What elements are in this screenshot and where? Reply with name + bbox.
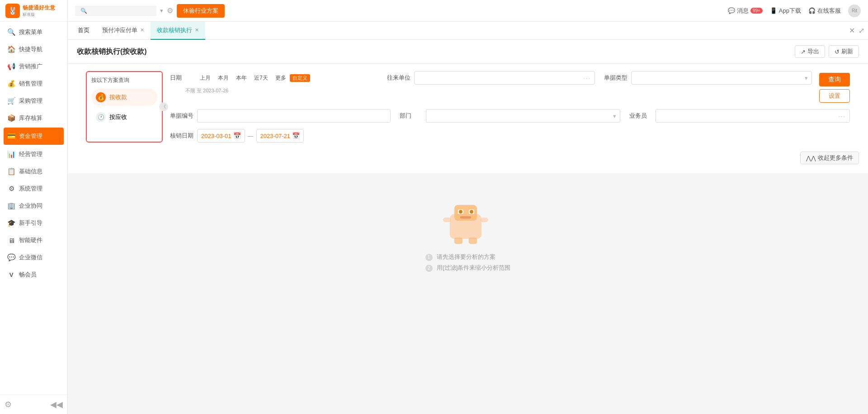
home-icon: 🏠 — [7, 45, 15, 53]
receipt-icon: 💰 — [96, 92, 106, 102]
settings-icon[interactable]: ⚙ — [5, 400, 12, 409]
svg-point-4 — [459, 210, 462, 214]
refresh-btn[interactable]: ↺ 刷新 — [829, 45, 859, 58]
basic-info-icon: 📋 — [7, 167, 15, 176]
headset-icon: 🎧 — [808, 7, 816, 14]
page-actions: ↗ 导出 ↺ 刷新 — [795, 45, 859, 58]
tab-close-receipt[interactable]: ✕ — [195, 27, 199, 33]
dept-select[interactable]: ▾ — [426, 109, 620, 123]
date-tab-more[interactable]: 更多 — [272, 73, 290, 83]
purchase-icon: 🛒 — [7, 97, 15, 105]
staff-input[interactable]: ··· — [656, 109, 850, 123]
filter-form: 日期 上月 本月 本年 近7天 更多 自定义 — [170, 71, 850, 143]
counterpart-input[interactable]: ··· — [414, 71, 595, 85]
setting-btn[interactable]: 设置 — [819, 89, 850, 103]
svg-rect-10 — [480, 218, 488, 222]
message-btn[interactable]: 💬 消息 99+ — [728, 7, 763, 15]
bill-no-input[interactable] — [197, 109, 391, 123]
counterpart-filter: 往来单位 ··· — [387, 71, 595, 85]
gear-icon[interactable]: ⚙ — [167, 6, 173, 15]
export-btn[interactable]: ↗ 导出 — [795, 45, 825, 58]
marketing-icon: 📢 — [7, 62, 15, 71]
tab-bar-right: ✕ ⤢ — [849, 26, 864, 35]
empty-tips: 1 请先选择要分析的方案 2 用[过滤]条件来缩小分析范围 — [425, 253, 511, 275]
hardware-icon: 🖥 — [7, 236, 15, 244]
sidebar-item-inventory[interactable]: 📦 库存核算 — [0, 109, 67, 127]
date-tab-thisyear[interactable]: 本年 — [232, 73, 250, 83]
date-filter: 日期 上月 本月 本年 近7天 更多 自定义 — [170, 73, 378, 83]
dept-filter: 部门 ▾ — [400, 109, 620, 123]
bill-type-select[interactable]: ▾ — [631, 71, 812, 85]
date-tabs: 上月 本月 本年 近7天 更多 自定义 — [196, 73, 310, 83]
filter-area: 按以下方案查询 💰 按收款 🕐 按应收 《 — [77, 64, 859, 150]
content-area: 收款核销执行(按收款) ↗ 导出 ↺ 刷新 按以下方案查询 💰 — [68, 40, 868, 414]
logo: 🐰 畅捷通好生意 标准版 — [0, 0, 67, 22]
tab-home[interactable]: 首页 — [71, 22, 96, 40]
industry-btn[interactable]: 休验行业方案 — [177, 4, 225, 18]
sidebar-item-guide[interactable]: 🎓 新手引导 — [0, 214, 67, 232]
query-btn[interactable]: 查询 — [819, 73, 850, 86]
sidebar-item-wechat[interactable]: 💬 企业微信 — [0, 249, 67, 266]
tab-close-all[interactable]: ✕ — [849, 26, 855, 35]
empty-illustration — [441, 200, 495, 246]
counterpart-more-icon[interactable]: ··· — [583, 75, 591, 81]
message-icon: 💬 — [728, 7, 735, 14]
collapse-icon[interactable]: ◀◀ — [50, 400, 63, 409]
bill-type-filter: 单据类型 ▾ — [604, 71, 812, 85]
sidebar-bottom: ⚙ ◀◀ — [0, 395, 67, 414]
verify-date-to[interactable]: 2023-07-21 📅 — [256, 129, 304, 143]
query-by-receipt[interactable]: 💰 按收款 — [91, 89, 157, 106]
tab-receipt[interactable]: 收款核销执行 ✕ — [151, 22, 205, 40]
sidebar-item-marketing[interactable]: 📢 营销推广 — [0, 58, 67, 75]
tab-close-prepay[interactable]: ✕ — [140, 27, 144, 33]
header-search-box[interactable]: 🔍 — [75, 6, 156, 16]
sidebar-item-enterprise[interactable]: 🏢 企业协同 — [0, 197, 67, 214]
tab-prepay[interactable]: 预付冲应付单 ✕ — [96, 22, 151, 40]
sidebar-item-sales[interactable]: 💰 销售管理 — [0, 75, 67, 92]
svg-rect-8 — [469, 238, 477, 244]
filter-row-1: 日期 上月 本月 本年 近7天 更多 自定义 — [170, 71, 812, 85]
sidebar-item-search[interactable]: 🔍 搜索菜单 — [0, 24, 67, 41]
svg-point-5 — [470, 210, 473, 214]
tab-expand[interactable]: ⤢ — [859, 26, 864, 35]
app-download-btn[interactable]: 📱 App下载 — [770, 7, 801, 15]
calendar-icon-2: 📅 — [292, 132, 300, 139]
sidebar-item-system[interactable]: ⚙ 系统管理 — [0, 180, 67, 197]
bill-no-filter: 单据编号 — [170, 109, 391, 123]
dropdown-icon[interactable]: ▾ — [160, 7, 163, 14]
more-conditions-btn[interactable]: ⋀⋀ 收起更多条件 — [800, 152, 859, 164]
main-area: 🔍 ▾ ⚙ 休验行业方案 💬 消息 99+ 📱 App下载 🎧 在线客服 Ri — [68, 0, 868, 414]
svg-rect-9 — [443, 218, 451, 222]
sidebar-item-hardware[interactable]: 🖥 智能硬件 — [0, 232, 67, 249]
date-tab-7days[interactable]: 近7天 — [250, 73, 272, 83]
filter-row-3: 核销日期 2023-03-01 📅 — 2023-07-21 📅 — [170, 129, 850, 143]
sidebar: 🐰 畅捷通好生意 标准版 🔍 搜索菜单 🏠 快捷导航 📢 营销推广 💰 销售管理… — [0, 0, 68, 414]
sidebar-nav: 🔍 搜索菜单 🏠 快捷导航 📢 营销推广 💰 销售管理 🛒 采购管理 📦 库存核… — [0, 22, 67, 395]
online-service-btn[interactable]: 🎧 在线客服 — [808, 7, 841, 15]
sidebar-item-operation[interactable]: 📊 经营管理 — [0, 146, 67, 163]
custom-tag[interactable]: 自定义 — [290, 74, 310, 82]
staff-more-icon[interactable]: ··· — [838, 113, 846, 119]
query-panel: 按以下方案查询 💰 按收款 🕐 按应收 《 — [86, 71, 163, 143]
enterprise-icon: 🏢 — [7, 202, 15, 210]
sidebar-item-member[interactable]: V 畅会员 — [0, 266, 67, 283]
query-btn-group: 查询 设置 — [819, 73, 850, 103]
logo-text: 畅捷通好生意 标准版 — [23, 4, 55, 18]
app-icon: 📱 — [770, 7, 777, 14]
date-tab-lastmonth[interactable]: 上月 — [196, 73, 214, 83]
sidebar-item-basic-info[interactable]: 📋 基础信息 — [0, 163, 67, 180]
staff-filter: 业务员 ··· — [629, 109, 850, 123]
sidebar-item-quick-nav[interactable]: 🏠 快捷导航 — [0, 41, 67, 58]
sidebar-item-purchase[interactable]: 🛒 采购管理 — [0, 92, 67, 109]
receivable-icon: 🕐 — [96, 112, 106, 122]
sidebar-item-finance[interactable]: 💳 资金管理 — [4, 128, 64, 145]
date-tab-thismonth[interactable]: 本月 — [214, 73, 232, 83]
search-icon: 🔍 — [7, 28, 15, 36]
verify-date-from[interactable]: 2023-03-01 📅 — [197, 129, 245, 143]
robot-svg — [441, 200, 495, 246]
filter-row-2: 单据编号 部门 ▾ 业务员 — [170, 109, 850, 123]
user-avatar[interactable]: Rit — [848, 5, 861, 17]
panel-collapse-btn[interactable]: 《 — [159, 102, 168, 111]
verify-date-range: 2023-03-01 📅 — 2023-07-21 📅 — [197, 129, 304, 143]
query-by-receivable[interactable]: 🕐 按应收 — [91, 109, 157, 126]
